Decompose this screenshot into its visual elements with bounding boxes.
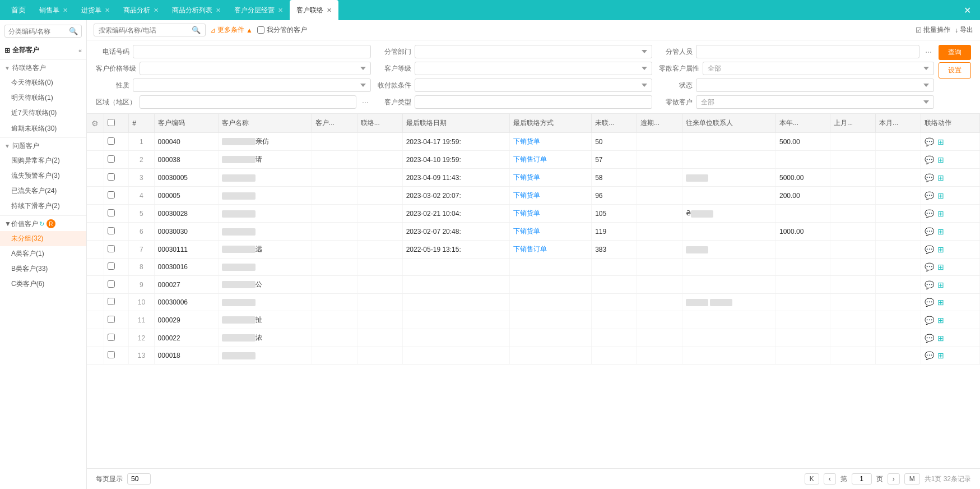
row-checkbox[interactable]: [108, 155, 115, 163]
filter-customer-level-select[interactable]: [415, 62, 653, 75]
filter-phone-input[interactable]: [133, 45, 371, 58]
close-product-analysis-tab-icon[interactable]: ✕: [154, 7, 159, 14]
contact-method-link[interactable]: 下销货单: [513, 227, 540, 235]
filter-payment-select[interactable]: [415, 79, 653, 92]
chat-icon[interactable]: 💬: [925, 245, 934, 254]
chat-icon[interactable]: 💬: [925, 173, 934, 182]
row-checkbox[interactable]: [108, 316, 115, 323]
close-product-list-tab-icon[interactable]: ✕: [216, 7, 221, 14]
grid-action-icon[interactable]: ⊞: [937, 262, 944, 271]
row-checkbox[interactable]: [108, 334, 115, 341]
my-customers-checkbox[interactable]: 我分管的客户: [257, 25, 307, 35]
page-size-select[interactable]: 50: [127, 473, 151, 485]
search-icon[interactable]: 🔍: [192, 26, 201, 34]
filter-retail-attr-select[interactable]: 全部: [703, 62, 934, 75]
row-checkbox[interactable]: [108, 209, 115, 216]
filter-manager-input[interactable]: [696, 45, 919, 58]
th-last-contact-date[interactable]: 最后联络日期: [402, 114, 509, 133]
export-button[interactable]: ↓ 导出: [955, 25, 973, 35]
close-sales-tab-icon[interactable]: ✕: [63, 7, 68, 14]
chat-icon[interactable]: 💬: [925, 209, 934, 218]
settings-column[interactable]: ⚙: [87, 114, 104, 133]
chat-icon[interactable]: 💬: [925, 298, 934, 307]
grid-action-icon[interactable]: ⊞: [937, 351, 944, 360]
contact-method-link[interactable]: 下销货单: [513, 173, 540, 181]
grid-action-icon[interactable]: ⊞: [937, 245, 944, 254]
contact-method-link[interactable]: 下销售订单: [513, 155, 547, 163]
grid-action-icon[interactable]: ⊞: [937, 137, 944, 146]
nav-tab-product-analysis[interactable]: 商品分析 ✕: [117, 0, 165, 20]
nav-tab-sales[interactable]: 销售单 ✕: [32, 0, 75, 20]
chat-icon[interactable]: 💬: [925, 191, 934, 200]
sidebar-item-declining[interactable]: 持续下滑客户(2): [0, 199, 86, 214]
contact-method-link[interactable]: 下销售订单: [513, 245, 547, 253]
sidebar-group-pending-contact[interactable]: ▼ 待联络客户: [0, 61, 86, 75]
row-checkbox[interactable]: [108, 173, 115, 181]
filter-query-button[interactable]: 查询: [939, 45, 971, 60]
chat-icon[interactable]: 💬: [925, 262, 934, 271]
grid-action-icon[interactable]: ⊞: [937, 173, 944, 182]
row-checkbox[interactable]: [108, 298, 115, 305]
chat-icon[interactable]: 💬: [925, 227, 934, 236]
nav-home-tab[interactable]: 首页: [4, 5, 32, 15]
row-checkbox[interactable]: [108, 245, 115, 252]
grid-action-icon[interactable]: ⊞: [937, 280, 944, 289]
sidebar-item-churn-warning[interactable]: 流失预警客户(3): [0, 168, 86, 183]
grid-action-icon[interactable]: ⊞: [937, 227, 944, 236]
grid-action-icon[interactable]: ⊞: [937, 334, 944, 343]
filter-price-level-select[interactable]: [140, 62, 371, 75]
my-customers-check[interactable]: [257, 26, 264, 34]
sidebar-item-overdue-contact[interactable]: 逾期未联络(30): [0, 121, 86, 136]
contact-method-link[interactable]: 下销货单: [513, 137, 540, 145]
grid-action-icon[interactable]: ⊞: [937, 191, 944, 200]
first-page-button[interactable]: K: [805, 473, 819, 485]
sidebar-item-today-pending[interactable]: 今天待联络(0): [0, 75, 86, 90]
sidebar-item-7days-pending[interactable]: 近7天待联络(0): [0, 105, 86, 121]
nav-tab-purchase[interactable]: 进货单 ✕: [75, 0, 117, 20]
sidebar-search-box[interactable]: 🔍: [4, 25, 82, 38]
grid-action-icon[interactable]: ⊞: [937, 155, 944, 164]
sidebar-item-class-a[interactable]: A类客户(1): [0, 246, 86, 261]
select-all-checkbox[interactable]: [108, 119, 115, 126]
settings-icon[interactable]: ⚙: [91, 119, 99, 128]
contact-method-link[interactable]: 下销货单: [513, 209, 540, 217]
sidebar-group-value-customers[interactable]: ▼ 价值客户 ↻ R: [0, 217, 86, 231]
th-customer-code[interactable]: 客户编码: [154, 114, 218, 133]
contact-method-link[interactable]: 下销货单: [513, 191, 540, 199]
chat-icon[interactable]: 💬: [925, 137, 934, 146]
row-checkbox[interactable]: [108, 351, 115, 358]
close-customer-contact-tab-icon[interactable]: ✕: [327, 7, 332, 14]
filter-status-select[interactable]: [696, 79, 934, 92]
filter-reset-button[interactable]: 设置: [939, 62, 971, 79]
grid-action-icon[interactable]: ⊞: [937, 209, 944, 218]
filter-manager-dots[interactable]: ···: [923, 47, 934, 56]
sidebar-item-tomorrow-pending[interactable]: 明天待联络(1): [0, 90, 86, 105]
row-checkbox[interactable]: [108, 280, 115, 288]
row-checkbox[interactable]: [108, 262, 115, 270]
prev-page-button[interactable]: ‹: [824, 473, 836, 485]
last-page-button[interactable]: M: [904, 473, 920, 485]
next-page-button[interactable]: ›: [888, 473, 900, 485]
nav-tab-customer-segmentation[interactable]: 客户分层经营 ✕: [227, 0, 290, 20]
batch-operation-button[interactable]: ☑ 批量操作: [916, 25, 950, 35]
filter-retail-customer-select[interactable]: 全部: [696, 95, 934, 109]
sidebar-group-problem-customers[interactable]: ▼ 问题客户: [0, 139, 86, 153]
sidebar-item-class-c[interactable]: C类客户(6): [0, 276, 86, 292]
nav-tab-product-analysis-list[interactable]: 商品分析列表 ✕: [165, 0, 227, 20]
search-input[interactable]: [99, 26, 192, 34]
filter-dept-select[interactable]: [415, 45, 653, 58]
chat-icon[interactable]: 💬: [925, 351, 934, 360]
sidebar-search-input[interactable]: [8, 27, 69, 35]
sidebar-item-ungrouped[interactable]: 未分组(32): [0, 231, 86, 246]
grid-action-icon[interactable]: ⊞: [937, 316, 944, 325]
nav-tab-customer-contact[interactable]: 客户联络 ✕: [290, 0, 338, 20]
close-all-tabs-button[interactable]: ✕: [959, 5, 976, 16]
chat-icon[interactable]: 💬: [925, 316, 934, 325]
filter-nature-select[interactable]: [133, 79, 371, 92]
filter-region-dots[interactable]: ···: [360, 98, 371, 107]
chat-icon[interactable]: 💬: [925, 334, 934, 343]
chat-icon[interactable]: 💬: [925, 280, 934, 289]
filter-region-input[interactable]: [140, 95, 356, 109]
sidebar-item-class-b[interactable]: B类客户(33): [0, 261, 86, 276]
sidebar-collapse-icon[interactable]: «: [78, 47, 82, 54]
